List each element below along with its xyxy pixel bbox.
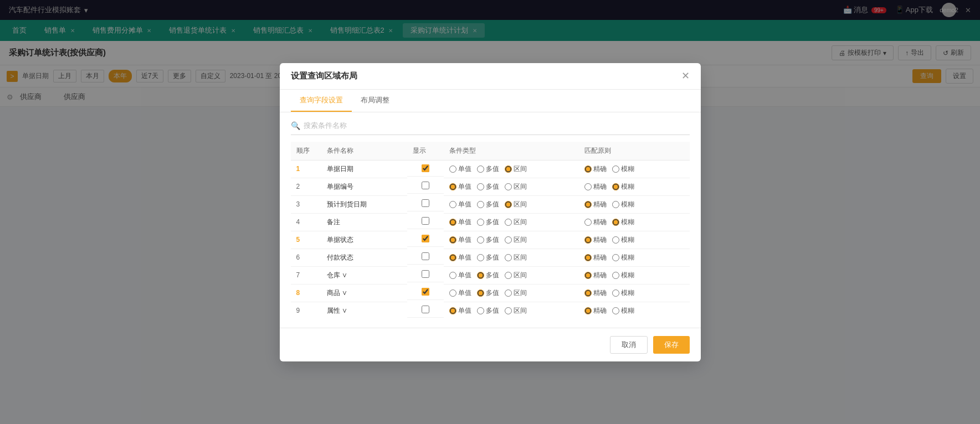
modal-title: 设置查询区域布局 bbox=[291, 71, 357, 81]
modal: 设置查询区域布局 ✕ 查询字段设置 布局调整 🔍 bbox=[280, 63, 701, 107]
tab-query-fields[interactable]: 查询字段设置 bbox=[291, 90, 352, 107]
tab-layout[interactable]: 布局调整 bbox=[352, 90, 398, 107]
modal-close-button[interactable]: ✕ bbox=[681, 71, 690, 81]
modal-tabs: 查询字段设置 布局调整 bbox=[280, 90, 701, 107]
modal-overlay: 设置查询区域布局 ✕ 查询字段设置 布局调整 🔍 bbox=[0, 0, 980, 107]
modal-header: 设置查询区域布局 ✕ bbox=[280, 63, 701, 90]
